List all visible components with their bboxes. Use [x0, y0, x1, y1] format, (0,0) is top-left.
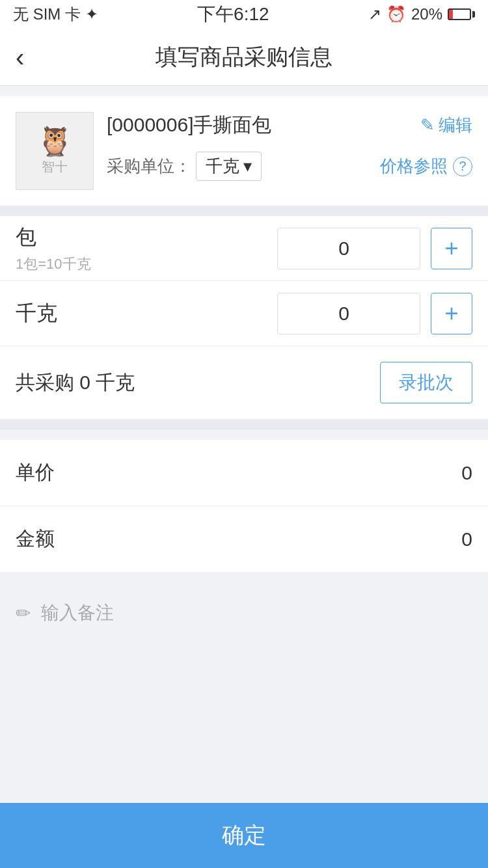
- status-bar-right: ↗ ⏰ 20%: [368, 5, 475, 23]
- edit-icon: ✎: [420, 115, 435, 135]
- price-section: 单价 0 金额 0: [0, 440, 488, 572]
- product-name: [0000006]手撕面包: [107, 112, 271, 139]
- nav-title: 填写商品采购信息: [156, 42, 332, 72]
- kg-field-wrapper: +: [94, 293, 472, 334]
- unit-value: 千克: [206, 155, 239, 178]
- price-ref-link[interactable]: 价格参照 ?: [380, 155, 472, 178]
- bao-plus-button[interactable]: +: [431, 228, 472, 269]
- jin-e-row: 金额 0: [0, 506, 488, 572]
- unit-label: 采购单位： 千克 ▾: [107, 152, 262, 181]
- bao-label: 包: [16, 223, 94, 252]
- kg-label: 千克: [16, 299, 94, 328]
- jin-e-value: 0: [461, 528, 472, 550]
- bao-label-group: 包 1包=10千克: [16, 223, 94, 274]
- divider-2: [0, 419, 488, 429]
- nav-bar: ‹ 填写商品采购信息: [0, 29, 488, 86]
- product-owl-icon: 🦉: [37, 127, 73, 156]
- dan-jia-label: 单价: [16, 459, 55, 486]
- product-image-label: 智十: [42, 158, 68, 176]
- unit-row: 采购单位： 千克 ▾ 价格参照 ?: [107, 152, 472, 181]
- bao-input-row: 包 1包=10千克 +: [0, 216, 488, 281]
- unit-select[interactable]: 千克 ▾: [196, 152, 262, 181]
- kg-input-row: 千克 +: [0, 281, 488, 346]
- sim-label: 无 SIM 卡 ✦: [13, 4, 98, 25]
- kg-label-group: 千克: [16, 299, 94, 328]
- divider-1: [0, 206, 488, 216]
- notes-section[interactable]: ✏ 输入备注: [0, 582, 488, 644]
- summary-row: 共采购 0 千克 录批次: [0, 346, 488, 419]
- status-bar-left: 无 SIM 卡 ✦: [13, 4, 98, 25]
- bao-input[interactable]: [277, 228, 420, 269]
- dan-jia-value: 0: [461, 462, 472, 484]
- product-card: 🦉 智十 [0000006]手撕面包 ✎ 编辑 采购单位： 千克 ▾: [0, 96, 488, 206]
- chevron-down-icon: ▾: [243, 156, 252, 176]
- product-info: [0000006]手撕面包 ✎ 编辑 采购单位： 千克 ▾ 价格参照 ?: [107, 112, 472, 181]
- pencil-icon: ✏: [16, 603, 31, 624]
- notes-placeholder: 输入备注: [41, 601, 114, 625]
- help-circle-icon: ?: [453, 157, 472, 176]
- bao-sub-label: 1包=10千克: [16, 254, 94, 274]
- dan-jia-row: 单价 0: [0, 440, 488, 506]
- status-bar-time: 下午6:12: [197, 2, 269, 27]
- bao-field-wrapper: +: [94, 228, 472, 269]
- kg-plus-button[interactable]: +: [431, 293, 472, 334]
- edit-link[interactable]: ✎ 编辑: [420, 114, 472, 137]
- product-image: 🦉 智十: [16, 112, 94, 190]
- confirm-bar[interactable]: 确定: [0, 803, 488, 868]
- summary-text: 共采购 0 千克: [16, 370, 135, 396]
- battery-icon: [448, 8, 475, 20]
- location-icon: ↗: [368, 5, 381, 23]
- kg-input[interactable]: [277, 293, 420, 334]
- edit-label: 编辑: [439, 114, 472, 137]
- battery-percent: 20%: [411, 5, 442, 23]
- status-bar: 无 SIM 卡 ✦ 下午6:12 ↗ ⏰ 20%: [0, 0, 488, 29]
- bottom-spacer: [0, 644, 488, 803]
- input-section: 包 1包=10千克 + 千克 + 共采购 0 千克 录批次: [0, 216, 488, 419]
- confirm-button[interactable]: 确定: [222, 821, 266, 850]
- jin-e-label: 金额: [16, 526, 55, 552]
- price-ref-label: 价格参照: [380, 155, 448, 178]
- product-name-row: [0000006]手撕面包 ✎ 编辑: [107, 112, 472, 139]
- batch-button[interactable]: 录批次: [380, 362, 472, 403]
- alarm-icon: ⏰: [386, 5, 406, 23]
- back-button[interactable]: ‹: [16, 44, 24, 70]
